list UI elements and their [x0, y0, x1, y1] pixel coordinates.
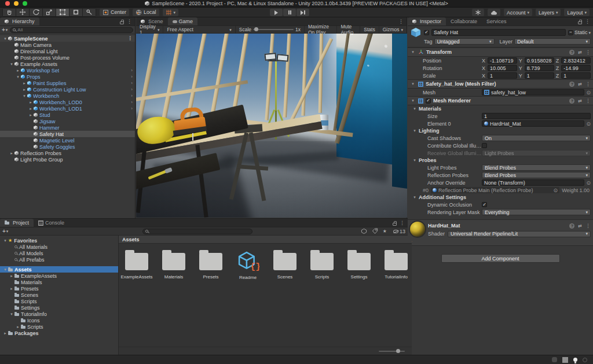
hierarchy-item-safety-goggles[interactable]: Safety Goggles	[0, 144, 135, 150]
activity-ring-icon[interactable]	[583, 358, 587, 362]
tree-item-icons[interactable]: Icons	[0, 317, 118, 323]
hierarchy-item-main-camera[interactable]: Main Camera	[0, 42, 135, 48]
help-icon[interactable]	[569, 223, 574, 229]
scale-z-field[interactable]: 1	[561, 72, 591, 79]
active-checkbox[interactable]	[424, 30, 429, 35]
scale-slider[interactable]	[253, 29, 294, 30]
add-component-button[interactable]: Add Component	[441, 254, 560, 263]
kebab-menu-icon[interactable]: ⋮	[398, 19, 404, 24]
game-viewport[interactable]	[136, 34, 407, 218]
kebab-menu-icon[interactable]: ⋮	[585, 223, 591, 229]
kebab-menu-icon[interactable]: ⋮	[585, 50, 591, 55]
prefab-open-chevron[interactable]: ›	[131, 74, 133, 79]
kebab-menu-icon[interactable]: ⋮	[127, 19, 132, 24]
asset-folder-materials[interactable]: Materials	[159, 248, 188, 280]
tree-item-tutorialinfo[interactable]: TutorialInfo	[0, 311, 118, 317]
tree-item-scenes[interactable]: Scenes	[0, 292, 118, 298]
gameobject-name-field[interactable]	[431, 29, 566, 36]
light-probes-dropdown[interactable]: Blend Probes	[482, 164, 591, 171]
help-icon[interactable]	[569, 82, 574, 87]
cast-shadows-dropdown[interactable]: On	[482, 135, 591, 141]
custom-tool-button[interactable]	[83, 9, 96, 16]
hierarchy-item-construction-light-low[interactable]: Construction Light Low›	[0, 86, 135, 93]
hierarchy-item-magnetic-level[interactable]: Magnetic Level	[0, 137, 135, 144]
step-button[interactable]	[296, 9, 309, 16]
hierarchy-item-reflection-probes[interactable]: Reflection Probes	[0, 150, 135, 156]
element0-object-field[interactable]: HardHat_Mat	[482, 120, 584, 127]
thumbnail-size-slider[interactable]	[379, 351, 405, 352]
hierarchy-item-stud[interactable]: Stud	[0, 112, 135, 118]
transform-tool-button[interactable]	[69, 9, 82, 16]
hierarchy-item-workbench[interactable]: Workbench›	[0, 93, 135, 99]
aspect-dropdown[interactable]: Free Aspect▾	[163, 26, 235, 33]
rotate-tool-button[interactable]	[30, 9, 42, 16]
tree-item-settings[interactable]: Settings	[0, 304, 118, 311]
presets-icon[interactable]	[578, 223, 582, 229]
create-asset-button[interactable]: +▾	[2, 228, 8, 234]
bake-status-icon[interactable]	[552, 357, 557, 362]
layer-dropdown[interactable]: Default	[514, 38, 591, 45]
move-tool-button[interactable]	[16, 9, 29, 16]
collab-cloud-button[interactable]	[488, 9, 500, 16]
maximize-on-play-toggle[interactable]: Maximize On Play	[304, 26, 336, 33]
kebab-menu-icon[interactable]: ⋮	[585, 98, 591, 104]
create-object-button[interactable]: +▾	[2, 27, 8, 33]
hierarchy-item-samplescene[interactable]: SampleScene⋮	[0, 35, 135, 42]
tree-item-all-models[interactable]: All Models	[0, 250, 118, 256]
hierarchy-item-post-process-volume[interactable]: Post-process Volume	[0, 54, 135, 61]
hand-tool-button[interactable]	[3, 9, 16, 16]
asset-readme[interactable]: {} Readme	[233, 248, 262, 280]
hierarchy-search-input[interactable]	[17, 27, 130, 32]
hierarchy-item-safety-hat[interactable]: Safety Hat	[0, 131, 135, 137]
prefab-open-chevron[interactable]: ›	[131, 87, 133, 92]
mute-audio-toggle[interactable]: Mute Audio	[336, 26, 360, 33]
shader-dropdown[interactable]: Universal Render Pipeline/Lit	[448, 231, 591, 237]
asset-folder-exampleassets[interactable]: ExampleAssets	[122, 248, 151, 280]
materials-size-field[interactable]: 1	[482, 113, 591, 119]
kebab-menu-icon[interactable]: ⋮	[127, 36, 133, 41]
asset-folder-settings[interactable]: Settings	[345, 248, 374, 280]
presets-icon[interactable]	[578, 50, 582, 55]
tag-dropdown[interactable]: Untagged	[434, 38, 495, 45]
search-by-type-icon[interactable]	[361, 228, 367, 234]
tree-item-materials[interactable]: Materials	[0, 279, 118, 285]
hierarchy-item-paint-supplies[interactable]: Paint Supplies›	[0, 80, 135, 86]
prefab-open-chevron[interactable]: ›	[131, 106, 133, 111]
tree-item-exampleassets[interactable]: ExampleAssets	[0, 273, 118, 279]
layout-dropdown[interactable]: Layout▾	[564, 9, 590, 16]
scale-y-field[interactable]: 1	[525, 72, 554, 79]
kebab-menu-icon[interactable]: ⋮	[585, 82, 591, 87]
asset-folder-tutorialinfo[interactable]: TutorialInfo	[382, 248, 411, 280]
additional-settings-foldout[interactable]: Additional Settings	[408, 194, 593, 201]
help-icon[interactable]	[569, 50, 574, 55]
tab-collaborate[interactable]: Collaborate	[446, 17, 482, 25]
position-y-field[interactable]: 0.9158028	[525, 57, 554, 64]
lock-icon[interactable]	[393, 223, 397, 226]
pause-button[interactable]	[283, 9, 296, 16]
pivot-mode-button[interactable]: Center	[100, 9, 129, 16]
kebab-menu-icon[interactable]: ⋮	[585, 19, 590, 24]
help-icon[interactable]	[569, 98, 574, 104]
hierarchy-item-light-probe-group[interactable]: Light Probe Group	[0, 156, 135, 163]
slider-knob[interactable]	[396, 349, 400, 353]
object-picker-icon[interactable]	[586, 180, 591, 186]
tree-item-scripts[interactable]: Scripts	[0, 298, 118, 304]
hidden-packages-toggle[interactable]: 13	[393, 229, 405, 234]
gizmos-dropdown[interactable]: Gizmos▾	[379, 26, 407, 33]
static-mixed-checkbox[interactable]	[568, 30, 573, 35]
stats-toggle[interactable]: Stats	[360, 26, 378, 33]
rendering-layer-mask-dropdown[interactable]: Everything	[482, 209, 591, 215]
lightbulb-icon[interactable]	[573, 358, 577, 362]
prefab-open-chevron[interactable]: ›	[131, 100, 133, 105]
hierarchy-item-example-assets[interactable]: Example Assets	[0, 61, 135, 67]
rect-tool-button[interactable]	[56, 9, 69, 16]
search-by-favorites-icon[interactable]: ★	[383, 229, 387, 234]
transform-component-header[interactable]: Transform ⋮	[408, 47, 593, 57]
rotation-y-field[interactable]: 8.739	[525, 65, 554, 71]
kebab-menu-icon[interactable]: ⋮	[400, 220, 405, 226]
project-search[interactable]	[142, 229, 252, 234]
mesh-filter-component-header[interactable]: Safety_hat_low (Mesh Filter) ⋮	[408, 79, 593, 89]
progress-status-icon[interactable]	[562, 357, 568, 363]
dynamic-occlusion-checkbox[interactable]	[482, 202, 487, 207]
object-picker-icon[interactable]	[586, 121, 591, 127]
